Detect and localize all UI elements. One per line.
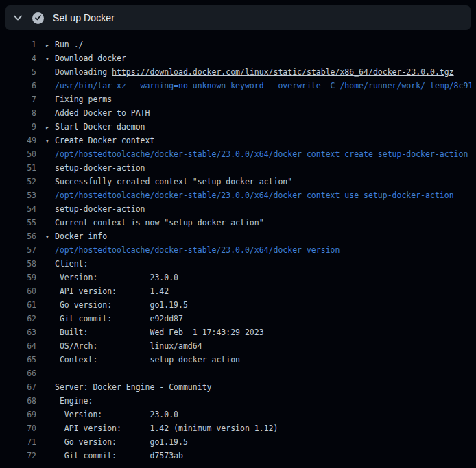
log-url-link[interactable]: https://download.docker.com/linux/static…	[112, 67, 454, 77]
log-line-number[interactable]: 59	[0, 273, 36, 282]
disclosure-triangle-icon[interactable]: ▸	[45, 41, 55, 49]
log-line-number[interactable]: 51	[0, 163, 36, 173]
log-line-text: setup-docker-action	[55, 163, 145, 173]
log-line-number[interactable]: 55	[0, 218, 36, 227]
log-line-text: Version: 23.0.0	[55, 273, 178, 282]
log-line-text: Version: 23.0.0	[55, 410, 178, 419]
log-line-text: Fixing perms	[55, 95, 112, 104]
log-line-number[interactable]: 57	[0, 245, 36, 255]
log-line-number[interactable]: 49	[0, 136, 36, 145]
log-line-text: Context: setup-docker-action	[55, 355, 240, 365]
log-line-text: Downloading https://download.docker.com/…	[55, 67, 454, 77]
log-line: 57 /opt/hostedtoolcache/docker-stable/23…	[0, 243, 476, 257]
log-line: 67 Server: Docker Engine - Community	[0, 380, 476, 394]
log-line-number[interactable]: 69	[0, 410, 36, 419]
log-line-text: Create Docker context	[55, 136, 154, 145]
log-line[interactable]: 56 ▾ Docker info	[0, 230, 476, 243]
log-line-number[interactable]: 5	[0, 67, 36, 77]
log-line-text: Download docker	[55, 53, 126, 63]
log-line: 52 Successfully created context "setup-d…	[0, 175, 476, 188]
log-line-number[interactable]: 63	[0, 328, 36, 337]
log-line[interactable]: 1 ▸ Run ./	[0, 38, 476, 51]
log-line-text: Client:	[55, 259, 88, 269]
log-line-number[interactable]: 58	[0, 259, 36, 269]
log-line-text: /opt/hostedtoolcache/docker-stable/23.0.…	[55, 149, 468, 159]
log-line[interactable]: 4 ▾ Download docker	[0, 51, 476, 65]
log-line: 72 Git commit: d7573ab	[0, 449, 476, 463]
log-line: 61 Go version: go1.19.5	[0, 298, 476, 312]
log-line: 70 API version: 1.42 (minimum version 1.…	[0, 421, 476, 435]
log-line-text: Run ./	[55, 40, 84, 49]
log-line: 53 /opt/hostedtoolcache/docker-stable/23…	[0, 188, 476, 202]
log-line-text: Go version: go1.19.5	[55, 300, 188, 310]
log-line: 60 API version: 1.42	[0, 284, 476, 298]
log-line-text: Added Docker to PATH	[55, 108, 150, 118]
log-line-number[interactable]: 64	[0, 341, 36, 351]
log-line-number[interactable]: 66	[0, 369, 36, 378]
log-line-number[interactable]: 65	[0, 355, 36, 365]
log-line-text: Built: Wed Feb 1 17:43:29 2023	[55, 328, 264, 337]
log-line: 54 setup-docker-action	[0, 202, 476, 216]
log-line-number[interactable]: 62	[0, 314, 36, 323]
step-header[interactable]: Set up Docker	[5, 5, 471, 30]
log-line: 64 OS/Arch: linux/amd64	[0, 339, 476, 353]
log-line-text: /opt/hostedtoolcache/docker-stable/23.0.…	[55, 245, 340, 255]
log-line-number[interactable]: 4	[0, 53, 36, 63]
log-line-text: Docker info	[55, 232, 107, 241]
log-area: 1 ▸ Run ./ 4 ▾ Download docker 5 Downloa…	[0, 30, 476, 463]
log-line: 63 Built: Wed Feb 1 17:43:29 2023	[0, 325, 476, 339]
log-line-text: Successfully created context "setup-dock…	[55, 177, 292, 186]
log-line: 71 Go version: go1.19.5	[0, 435, 476, 449]
log-line-text: Current context is now "setup-docker-act…	[55, 218, 264, 227]
log-line-number[interactable]: 53	[0, 190, 36, 200]
log-line[interactable]: 49 ▾ Create Docker context	[0, 134, 476, 147]
log-line-text: Git commit: e92dd87	[55, 314, 183, 323]
log-line-number[interactable]: 54	[0, 204, 36, 214]
log-line: 55 Current context is now "setup-docker-…	[0, 216, 476, 230]
log-line: 65 Context: setup-docker-action	[0, 353, 476, 367]
log-line: 68 Engine:	[0, 394, 476, 408]
log-line-number[interactable]: 70	[0, 423, 36, 433]
disclosure-triangle-icon[interactable]: ▾	[45, 55, 55, 62]
log-line-text: Server: Docker Engine - Community	[55, 382, 211, 392]
log-line-text: Git commit: d7573ab	[55, 451, 183, 460]
log-line: 59 Version: 23.0.0	[0, 271, 476, 284]
disclosure-triangle-icon[interactable]: ▸	[45, 123, 55, 131]
log-line: 66	[0, 367, 476, 380]
log-line-number[interactable]: 8	[0, 108, 36, 118]
step-title: Set up Docker	[53, 12, 115, 23]
log-line: 8 Added Docker to PATH	[0, 106, 476, 120]
log-line[interactable]: 9 ▸ Start Docker daemon	[0, 120, 476, 134]
log-line-number[interactable]: 71	[0, 437, 36, 447]
disclosure-triangle-icon[interactable]: ▾	[45, 137, 55, 145]
log-line-number[interactable]: 72	[0, 451, 36, 460]
log-line: 51 setup-docker-action	[0, 161, 476, 175]
log-line-text: /usr/bin/tar xz --warning=no-unknown-key…	[55, 81, 473, 90]
log-line-number[interactable]: 61	[0, 300, 36, 310]
log-line-number[interactable]: 56	[0, 232, 36, 241]
log-line-text: Go version: go1.19.5	[55, 437, 188, 447]
log-line-text: OS/Arch: linux/amd64	[55, 341, 202, 351]
chevron-down-icon[interactable]	[12, 12, 23, 23]
log-line-text: setup-docker-action	[55, 204, 145, 214]
log-line-number[interactable]: 60	[0, 286, 36, 296]
log-line-number[interactable]: 7	[0, 95, 36, 104]
check-circle-icon	[32, 12, 44, 24]
log-line-number[interactable]: 1	[0, 40, 36, 49]
log-line-number[interactable]: 9	[0, 122, 36, 132]
log-line-text: API version: 1.42	[55, 286, 169, 296]
log-line: 69 Version: 23.0.0	[0, 408, 476, 421]
log-line-number[interactable]: 50	[0, 149, 36, 159]
log-line-number[interactable]: 52	[0, 177, 36, 186]
log-line-text: /opt/hostedtoolcache/docker-stable/23.0.…	[55, 190, 454, 200]
log-line-text: API version: 1.42 (minimum version 1.12)	[55, 423, 278, 433]
log-line-number[interactable]: 67	[0, 382, 36, 392]
log-line: 5 Downloading https://download.docker.co…	[0, 65, 476, 79]
log-line-number[interactable]: 6	[0, 81, 36, 90]
disclosure-triangle-icon[interactable]: ▾	[45, 233, 55, 241]
log-line-text: Start Docker daemon	[55, 122, 145, 132]
log-line-text: Engine:	[55, 396, 93, 406]
log-line: 6 /usr/bin/tar xz --warning=no-unknown-k…	[0, 79, 476, 93]
log-line-number[interactable]: 68	[0, 396, 36, 406]
log-line: 7 Fixing perms	[0, 93, 476, 106]
